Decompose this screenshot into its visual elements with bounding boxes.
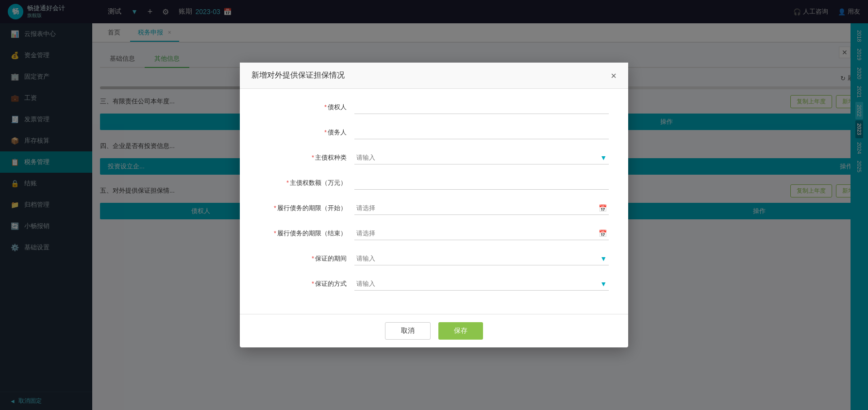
input-period-start[interactable]	[354, 201, 599, 214]
select-claim-type-wrap: ▼	[354, 151, 609, 164]
form-row-claim-amount: *主债权数额（万元）	[259, 176, 609, 190]
claim-type-dropdown-icon[interactable]: ▼	[600, 154, 609, 162]
select-guarantee-period-wrap: ▼	[354, 252, 609, 265]
guarantee-period-dropdown-icon[interactable]: ▼	[600, 255, 609, 262]
label-debtor: *债务人	[259, 128, 347, 137]
input-guarantee-method[interactable]	[354, 277, 600, 290]
form-row-claim-type: *主债权种类 ▼	[259, 151, 609, 164]
input-claim-amount[interactable]	[354, 176, 609, 190]
modal-footer: 取消 保存	[240, 314, 628, 347]
form-row-creditor: *债权人	[259, 100, 609, 114]
period-start-calendar-icon[interactable]: 📅	[599, 204, 609, 212]
input-debtor[interactable]	[354, 126, 609, 139]
period-end-calendar-icon[interactable]: 📅	[599, 230, 609, 237]
modal-overlay[interactable]: 新增对外提供保证担保情况 × *债权人 *债务人 *主债权种类	[0, 0, 868, 410]
date-period-end-wrap: 📅	[354, 227, 609, 240]
label-period-start: *履行债务的期限（开始）	[259, 204, 347, 213]
input-guarantee-period[interactable]	[354, 252, 600, 265]
modal-header: 新增对外提供保证担保情况 ×	[240, 63, 628, 89]
form-row-guarantee-method: *保证的方式 ▼	[259, 277, 609, 291]
guarantee-method-dropdown-icon[interactable]: ▼	[600, 280, 609, 288]
select-guarantee-method-wrap: ▼	[354, 277, 609, 291]
modal-close-button[interactable]: ×	[611, 71, 617, 81]
label-guarantee-period: *保证的期间	[259, 254, 347, 263]
save-button[interactable]: 保存	[438, 322, 483, 340]
input-claim-type[interactable]	[354, 151, 600, 164]
label-claim-type: *主债权种类	[259, 153, 347, 162]
date-period-start-wrap: 📅	[354, 201, 609, 215]
label-period-end: *履行债务的期限（结束）	[259, 229, 347, 238]
form-row-period-start: *履行债务的期限（开始） 📅	[259, 201, 609, 215]
label-guarantee-method: *保证的方式	[259, 279, 347, 288]
modal-body: *债权人 *债务人 *主债权种类 ▼	[240, 89, 628, 314]
modal-title: 新增对外提供保证担保情况	[251, 70, 345, 81]
modal-dialog: 新增对外提供保证担保情况 × *债权人 *债务人 *主债权种类	[240, 63, 628, 347]
form-row-debtor: *债务人	[259, 126, 609, 139]
form-row-period-end: *履行债务的期限（结束） 📅	[259, 227, 609, 240]
input-creditor[interactable]	[354, 100, 609, 114]
label-creditor: *债权人	[259, 103, 347, 112]
form-row-guarantee-period: *保证的期间 ▼	[259, 252, 609, 265]
cancel-button[interactable]: 取消	[385, 322, 431, 340]
input-period-end[interactable]	[354, 227, 599, 240]
label-claim-amount: *主债权数额（万元）	[259, 179, 347, 187]
